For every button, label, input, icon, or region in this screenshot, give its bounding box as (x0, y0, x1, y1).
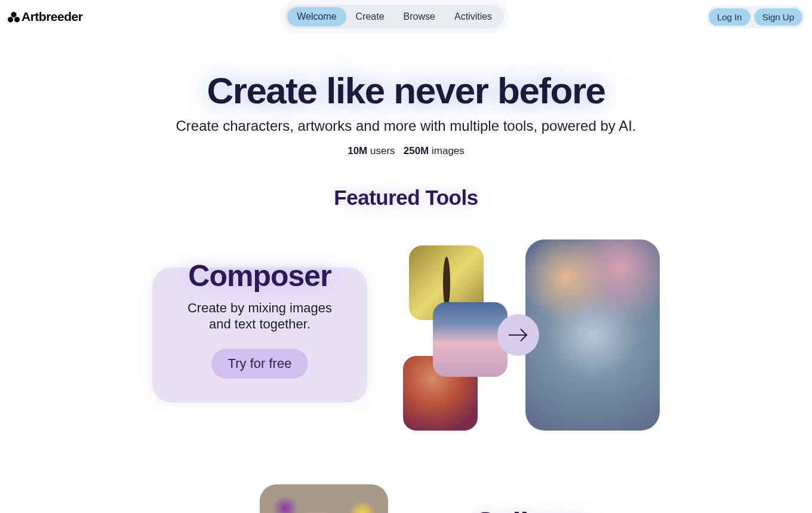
featured-tools-title: Featured Tools (0, 186, 812, 210)
stat-images-num: 250M (404, 145, 429, 156)
hero-subtitle: Create characters, artworks and more wit… (0, 118, 812, 134)
svg-point-1 (8, 17, 13, 22)
logo[interactable]: Artbreeder (7, 10, 82, 24)
nav-browse[interactable]: Browse (394, 7, 445, 26)
stat-images-label: images (429, 145, 465, 156)
stat-users-label: users (367, 145, 395, 156)
stat-users-num: 10M (347, 145, 367, 156)
collager-section: Collager Create an image out of simple s… (0, 484, 812, 513)
composer-section: Composer Create by mixing images and tex… (0, 239, 812, 431)
collager-card: Collager Create an image out of simple s… (424, 506, 639, 513)
nav-welcome[interactable]: Welcome (287, 7, 346, 26)
signup-button[interactable]: Sign Up (754, 8, 802, 26)
nav-create[interactable]: Create (346, 7, 394, 26)
nav-activities[interactable]: Activities (445, 7, 502, 26)
composer-title: Composer (179, 259, 340, 293)
hero-stats: 10M users 250M images (0, 145, 812, 157)
header: Artbreeder Welcome Create Browse Activit… (0, 0, 812, 33)
collager-title: Collager (424, 506, 639, 513)
collager-visual (173, 484, 388, 513)
composer-input-image-3 (433, 302, 508, 377)
composer-desc: Create by mixing images and text togethe… (179, 300, 340, 332)
svg-point-2 (14, 17, 20, 22)
brand-name: Artbreeder (21, 10, 82, 24)
main-nav: Welcome Create Browse Activities (285, 5, 504, 29)
composer-try-button[interactable]: Try for free (211, 349, 309, 379)
svg-point-0 (11, 12, 16, 17)
auth-buttons: Log In Sign Up (706, 6, 805, 28)
arrow-right-icon (497, 314, 539, 356)
collager-result-image (260, 484, 388, 513)
composer-card: Composer Create by mixing images and tex… (152, 268, 367, 403)
composer-result-image (525, 239, 660, 431)
login-button[interactable]: Log In (709, 8, 751, 26)
composer-visual (403, 239, 660, 431)
hero: Create like never before Create characte… (0, 33, 812, 157)
hero-title: Create like never before (207, 69, 605, 112)
logo-icon (7, 11, 20, 22)
